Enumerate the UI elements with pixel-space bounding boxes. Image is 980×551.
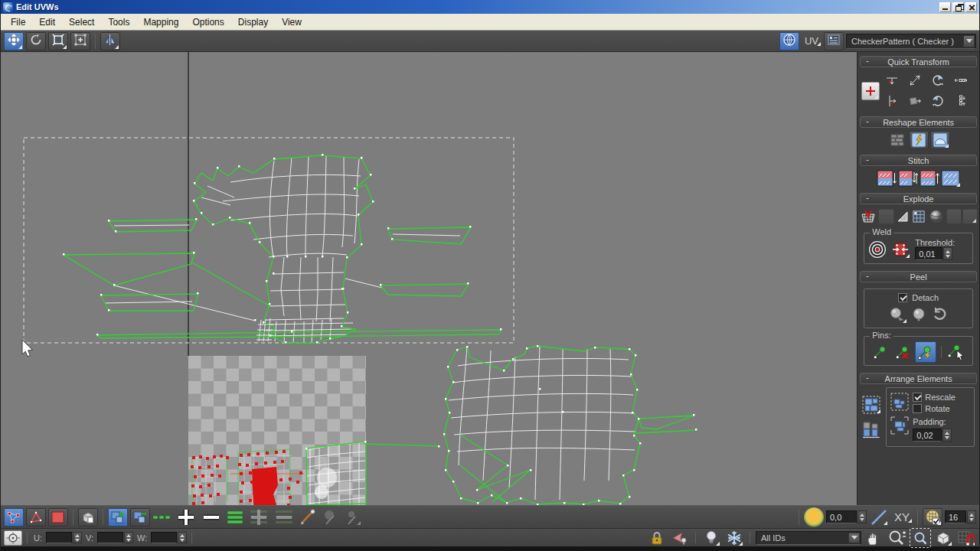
vertex-mode-button[interactable] — [4, 508, 24, 527]
spinner-arrows[interactable] — [178, 532, 187, 543]
spinner-arrows[interactable] — [73, 532, 82, 543]
edge-distance-spinner[interactable]: 16 — [945, 510, 976, 523]
material-id-dropdown[interactable]: All IDs — [756, 531, 861, 545]
soft-selection-spinner[interactable]: 0,0 — [826, 510, 867, 523]
select-pinned-button[interactable] — [946, 343, 966, 361]
mirror-button[interactable] — [100, 32, 120, 51]
show-map-button[interactable] — [779, 32, 799, 51]
detach-checkbox[interactable] — [898, 293, 907, 302]
u-spinner[interactable] — [46, 532, 82, 543]
align-vertical-button[interactable] — [882, 91, 902, 111]
space-horizontal-button[interactable] — [951, 70, 971, 90]
grow-ring-button-disabled[interactable] — [247, 508, 270, 527]
paint-size-button-disabled[interactable] — [342, 508, 362, 527]
texture-selector-dropdown[interactable]: CheckerPattern ( Checker ) — [846, 34, 976, 49]
freeze-button[interactable] — [724, 529, 744, 547]
align-pivot-button[interactable] — [861, 82, 880, 100]
explode-disabled-flyout-button[interactable] — [962, 209, 978, 224]
rollout-header-stitch[interactable]: - Stitch — [860, 155, 977, 166]
flatten-sphere-button[interactable] — [927, 207, 946, 226]
reset-peel-button[interactable] — [930, 305, 950, 324]
break-button[interactable] — [859, 207, 877, 226]
rotate-cluster-button[interactable] — [890, 416, 910, 435]
stitch-source-button[interactable] — [898, 169, 918, 187]
select-edge-loop-button[interactable] — [152, 508, 172, 527]
snap-button[interactable] — [956, 529, 976, 547]
mapping-grid-button[interactable] — [911, 207, 926, 226]
menu-display[interactable]: Display — [231, 15, 275, 29]
shrink-ring-button-disabled[interactable] — [273, 508, 296, 527]
rotate-ccw-button[interactable] — [928, 70, 948, 90]
filter-selected-faces-button[interactable] — [670, 529, 690, 547]
shrink-selection-button[interactable] — [130, 508, 150, 527]
spinner-arrows[interactable] — [124, 532, 133, 543]
stitch-custom-button[interactable] — [877, 169, 897, 187]
falloff-space-button[interactable]: XY — [891, 510, 913, 523]
padding-value[interactable]: 0,02 — [913, 429, 942, 442]
explode-disabled-button[interactable] — [946, 209, 962, 224]
dropdown-arrow-icon[interactable] — [848, 533, 860, 543]
rescale-checkbox[interactable] — [913, 393, 922, 402]
edge-distance-button[interactable] — [923, 508, 942, 527]
uv-island-upper[interactable] — [63, 154, 501, 343]
menu-file[interactable]: File — [4, 15, 32, 29]
minimize-button[interactable] — [939, 2, 951, 12]
align-diagonal-button[interactable] — [905, 70, 925, 90]
u-value[interactable] — [46, 532, 72, 543]
padding-spinner[interactable]: 0,02 — [913, 429, 956, 442]
menu-mapping[interactable]: Mapping — [136, 15, 185, 29]
grow-loop-button[interactable] — [175, 508, 198, 527]
move-button[interactable] — [4, 32, 24, 51]
falloff-type-button[interactable] — [869, 508, 889, 527]
face-mode-button[interactable] — [48, 508, 68, 527]
rollout-header-peel[interactable]: - Peel — [860, 271, 977, 282]
restore-button[interactable] — [952, 2, 964, 12]
rollout-header-quick-transform[interactable]: - Quick Transform — [860, 56, 977, 67]
lock-selection-button[interactable] — [647, 529, 667, 547]
paint-select-button[interactable] — [298, 508, 318, 527]
dropdown-arrow-icon[interactable] — [963, 35, 975, 47]
pack-together-button[interactable] — [861, 420, 881, 439]
titlebar[interactable]: Edit UVWs — [1, 0, 979, 14]
menu-tools[interactable]: Tools — [101, 15, 136, 29]
pan-button[interactable] — [864, 529, 884, 547]
rollout-header-reshape-elements[interactable]: - Reshape Elements — [860, 116, 977, 128]
soft-selection-value[interactable]: 0,0 — [826, 510, 857, 523]
weld-selected-button[interactable] — [890, 240, 910, 259]
texture-list-button[interactable] — [824, 32, 844, 51]
v-spinner[interactable] — [97, 532, 133, 543]
relax-button[interactable] — [930, 131, 950, 149]
move-element-button[interactable] — [905, 91, 925, 111]
uv-island-lower[interactable] — [443, 345, 697, 505]
soft-selection-orb-icon[interactable] — [804, 507, 824, 527]
align-horizontal-button[interactable] — [882, 70, 902, 90]
zoom-button[interactable] — [887, 529, 907, 547]
menu-select[interactable]: Select — [62, 15, 101, 29]
pack-normalize-button[interactable] — [861, 396, 881, 414]
close-button[interactable] — [965, 2, 977, 12]
edge-distance-value[interactable]: 16 — [945, 510, 966, 523]
w-value[interactable] — [151, 532, 177, 543]
rotate-cw-button[interactable] — [928, 91, 948, 111]
spinner-arrows[interactable] — [858, 510, 867, 523]
target-weld-button[interactable] — [867, 240, 887, 259]
uv-editor-canvas[interactable] — [1, 52, 857, 505]
relax-until-flat-button[interactable] — [909, 131, 929, 149]
rollout-header-explode[interactable]: - Explode — [860, 193, 977, 204]
pelt-map-button[interactable] — [909, 305, 929, 324]
unpin-button[interactable] — [893, 343, 913, 361]
paint-options-button-disabled[interactable] — [320, 508, 340, 527]
zoom-extents-button[interactable] — [933, 529, 953, 547]
explode-disabled-button[interactable] — [878, 209, 893, 224]
grow-selection-button[interactable] — [108, 508, 128, 527]
edge-mode-button[interactable] — [26, 508, 46, 527]
rotate-button[interactable] — [26, 32, 46, 51]
zoom-region-button[interactable] — [910, 529, 930, 547]
interactive-pin-button[interactable] — [915, 341, 936, 363]
shrink-loop-button[interactable] — [200, 508, 223, 527]
uv-space-selector[interactable]: UV — [802, 35, 822, 47]
weld-threshold-value[interactable]: 0,01 — [915, 247, 942, 260]
stitch-target-button[interactable] — [920, 169, 939, 187]
spinner-arrows[interactable] — [943, 247, 952, 260]
rescale-cluster-button[interactable] — [890, 393, 910, 411]
